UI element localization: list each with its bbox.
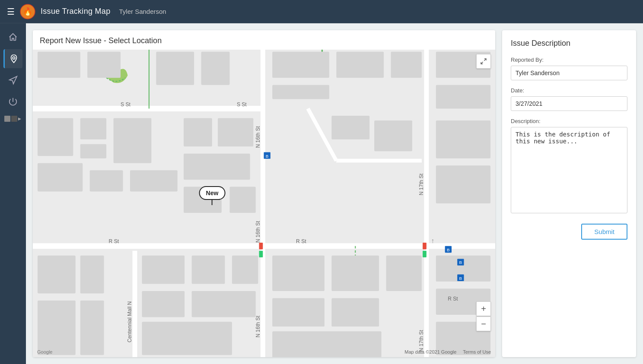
app-title: Issue Tracking Map xyxy=(41,7,110,16)
svg-text:↑: ↑ xyxy=(431,237,435,244)
svg-text:S St: S St xyxy=(121,101,131,108)
svg-rect-23 xyxy=(184,118,212,146)
svg-text:N 16th St: N 16th St xyxy=(255,316,261,338)
svg-text:Centennial Mall N: Centennial Mall N xyxy=(127,301,133,342)
svg-rect-30 xyxy=(391,52,422,78)
svg-rect-58 xyxy=(259,243,263,249)
svg-rect-27 xyxy=(229,187,255,213)
svg-rect-41 xyxy=(142,256,185,284)
zoom-out-button[interactable]: − xyxy=(476,317,491,331)
map-terms-row: Map data ©2021 Google Terms of Use xyxy=(404,349,491,355)
map-marker[interactable]: New xyxy=(199,186,226,205)
svg-rect-40 xyxy=(80,256,104,294)
date-input[interactable] xyxy=(511,96,627,111)
svg-rect-15 xyxy=(201,52,230,85)
svg-rect-29 xyxy=(336,52,384,78)
svg-rect-54 xyxy=(331,298,379,326)
svg-text:R St: R St xyxy=(109,238,119,244)
issue-panel-title: Issue Description xyxy=(511,39,627,48)
map-panel: Report New Issue - Select Location xyxy=(33,30,495,357)
svg-rect-21 xyxy=(90,170,123,191)
submit-button[interactable]: Submit xyxy=(581,224,627,240)
zoom-in-button[interactable]: + xyxy=(476,301,491,316)
svg-rect-45 xyxy=(192,291,256,317)
marker-stem xyxy=(212,200,213,205)
sidebar: ▶ xyxy=(0,23,26,364)
svg-rect-35 xyxy=(374,120,412,151)
app-logo: 🔥 xyxy=(20,4,35,19)
svg-rect-34 xyxy=(331,116,369,139)
svg-point-2 xyxy=(13,57,15,59)
svg-text:N 17th St: N 17th St xyxy=(418,173,424,195)
svg-rect-60 xyxy=(423,243,427,249)
svg-rect-33 xyxy=(436,85,490,109)
main-area: ▶ Report New Issue - Select Location xyxy=(0,23,643,364)
svg-rect-14 xyxy=(156,52,194,85)
sidebar-item-location[interactable] xyxy=(3,49,22,68)
svg-rect-53 xyxy=(272,298,325,326)
sidebar-item-home[interactable] xyxy=(3,28,22,47)
svg-text:B: B xyxy=(266,154,269,158)
svg-rect-42 xyxy=(192,256,225,284)
svg-rect-43 xyxy=(232,256,258,284)
svg-rect-18 xyxy=(80,144,106,158)
map-container[interactable]: B B B B S St S St N 16th St N 16th St N … xyxy=(33,50,495,357)
svg-rect-44 xyxy=(142,291,185,317)
reported-by-input[interactable] xyxy=(511,66,627,80)
svg-rect-47 xyxy=(38,301,76,355)
fullscreen-button[interactable] xyxy=(476,54,491,69)
reported-by-label: Reported By: xyxy=(511,57,627,63)
panel-sq-2 xyxy=(11,116,17,122)
svg-text:🔥: 🔥 xyxy=(23,7,33,16)
menu-icon[interactable]: ☰ xyxy=(7,6,15,17)
navbar: ☰ 🔥 Issue Tracking Map Tyler Sanderson xyxy=(0,0,643,23)
svg-rect-37 xyxy=(436,165,490,203)
svg-text:B: B xyxy=(459,276,462,281)
svg-rect-48 xyxy=(80,301,104,355)
sidebar-item-navigate[interactable] xyxy=(3,71,22,90)
map-data-text: Map data ©2021 Google xyxy=(404,349,456,355)
sidebar-item-power[interactable] xyxy=(3,92,22,111)
svg-rect-24 xyxy=(218,118,253,146)
svg-rect-25 xyxy=(184,154,250,180)
svg-rect-22 xyxy=(130,170,178,191)
svg-text:S St: S St xyxy=(237,101,247,108)
description-label: Description: xyxy=(511,118,627,124)
svg-rect-59 xyxy=(259,251,263,257)
svg-line-82 xyxy=(484,59,486,61)
panel-sq-1 xyxy=(4,116,10,122)
sidebar-panel-toggle[interactable]: ▶ xyxy=(4,116,22,122)
svg-rect-32 xyxy=(272,85,329,99)
svg-text:B: B xyxy=(447,247,450,252)
content-area: Report New Issue - Select Location xyxy=(26,23,643,364)
svg-rect-51 xyxy=(386,256,422,291)
svg-rect-56 xyxy=(272,331,381,357)
date-label: Date: xyxy=(511,87,627,94)
svg-rect-50 xyxy=(331,256,379,291)
svg-rect-36 xyxy=(436,120,490,158)
svg-rect-19 xyxy=(114,118,152,163)
nav-user: Tyler Sanderson xyxy=(119,8,166,15)
zoom-controls: + − xyxy=(476,301,491,331)
svg-rect-13 xyxy=(87,52,121,78)
svg-text:N 17th St: N 17th St xyxy=(418,329,424,351)
svg-rect-46 xyxy=(142,322,232,355)
svg-rect-20 xyxy=(38,163,83,192)
svg-text:N 16th St: N 16th St xyxy=(255,126,261,148)
svg-rect-49 xyxy=(272,256,325,291)
svg-rect-61 xyxy=(423,251,427,257)
svg-marker-3 xyxy=(10,76,17,84)
description-textarea[interactable]: This is the description of this new issu… xyxy=(511,127,627,213)
svg-rect-17 xyxy=(80,118,106,139)
terms-of-use-link[interactable]: Terms of Use xyxy=(463,349,491,355)
svg-text:N 16th St: N 16th St xyxy=(255,221,261,243)
svg-rect-16 xyxy=(38,118,73,156)
map-svg: B B B B S St S St N 16th St N 16th St N … xyxy=(33,50,495,357)
svg-line-83 xyxy=(481,62,483,64)
map-attribution: Google xyxy=(37,349,52,355)
svg-rect-39 xyxy=(38,256,76,294)
expand-icon[interactable]: ▶ xyxy=(18,116,22,122)
svg-text:R St: R St xyxy=(296,238,306,244)
svg-rect-12 xyxy=(38,52,80,78)
svg-text:B: B xyxy=(459,260,462,265)
